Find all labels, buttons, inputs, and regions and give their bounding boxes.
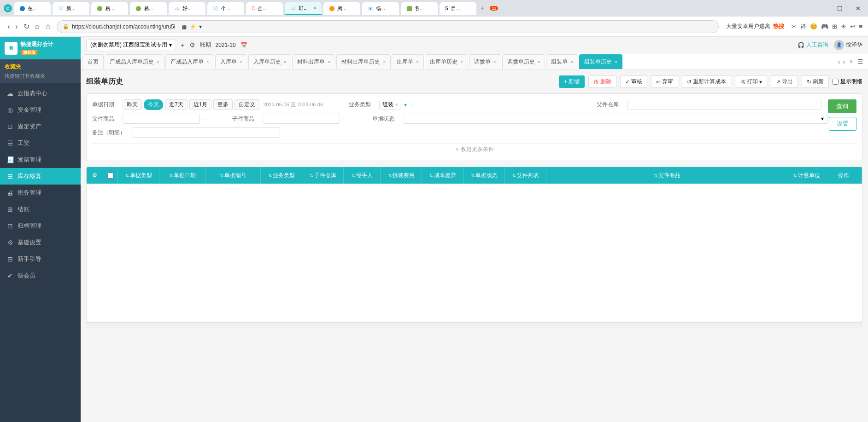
- tab-close-icon[interactable]: ×: [313, 6, 316, 11]
- browser-tab-11[interactable]: 🟩 各...: [401, 2, 438, 15]
- settings-gear-icon[interactable]: ⚙: [189, 41, 195, 49]
- sidebar-item-member[interactable]: ✔ 畅会员: [0, 267, 81, 284]
- th-order-status[interactable]: ⇅ 单据状态: [463, 167, 505, 184]
- 7days-btn[interactable]: 近7天: [165, 99, 188, 110]
- business-type-more[interactable]: ···: [410, 102, 414, 108]
- tab-close-assembly[interactable]: ×: [570, 59, 573, 64]
- sidebar-item-closing[interactable]: ⊞ 结账: [0, 201, 81, 218]
- qr-icon[interactable]: ▦: [182, 23, 187, 30]
- browser-tab-12[interactable]: S 目...: [440, 2, 476, 15]
- emoji-icon[interactable]: 😊: [810, 23, 817, 30]
- sidebar-item-finance[interactable]: ◎ 资金管理: [0, 102, 81, 118]
- yesterday-btn[interactable]: 昨天: [123, 99, 142, 110]
- sidebar-item-archive[interactable]: ⊡ 归档管理: [0, 218, 81, 234]
- tab-assembly[interactable]: 组装单 ×: [546, 54, 578, 69]
- tab-close-finished[interactable]: ×: [206, 59, 209, 64]
- browser-tab-8[interactable]: ☁️ 好... ×: [285, 2, 322, 15]
- recalculate-button[interactable]: ↺ 重新计算成本: [682, 75, 731, 88]
- sidebar-item-inventory[interactable]: ⊟ 库存核算: [0, 168, 81, 185]
- th-cost-diff[interactable]: ⇅ 成本差异: [422, 167, 463, 184]
- show-detail-checkbox-label[interactable]: 显示明细: [833, 78, 862, 86]
- service-link[interactable]: 🎧 人工咨询: [798, 41, 828, 49]
- sidebar-item-settings[interactable]: ⚙ 基础设置: [0, 234, 81, 251]
- menu-icon[interactable]: ≡: [859, 23, 862, 30]
- custom-date-btn[interactable]: 自定义: [235, 99, 259, 110]
- tab-out-history[interactable]: 出库单历史 ×: [425, 54, 468, 69]
- th-business-type[interactable]: ⇅ 业务类型: [261, 167, 302, 184]
- sidebar-item-cloud-report[interactable]: ☁ 云报表中心: [0, 85, 81, 102]
- tab-finished[interactable]: 产成品入库单 ×: [165, 54, 214, 69]
- th-disassemble-cost[interactable]: ⇅ 拆装费用: [381, 167, 422, 184]
- game-icon[interactable]: 🎮: [821, 23, 828, 30]
- tab-close-assembly-history[interactable]: ×: [615, 59, 617, 64]
- abandon-button[interactable]: ↩ 弃审: [651, 75, 678, 88]
- tab-close-material-out[interactable]: ×: [328, 59, 330, 64]
- tab-close-transfer-history[interactable]: ×: [538, 59, 540, 64]
- print-button[interactable]: 🖨 打印 ▾: [735, 75, 767, 88]
- parent-goods-input[interactable]: [123, 114, 200, 124]
- tab-transfer[interactable]: 调拨单 ×: [469, 54, 501, 69]
- query-button[interactable]: 查询: [828, 99, 856, 113]
- th-settings[interactable]: ⚙: [87, 167, 103, 184]
- calendar-icon[interactable]: 📅: [240, 42, 247, 48]
- minimize-button[interactable]: —: [815, 4, 828, 13]
- 1month-btn[interactable]: 近1月: [189, 99, 212, 110]
- browser-tab-10[interactable]: 📧 畅...: [362, 2, 399, 15]
- tab-assembly-history[interactable]: 组装单历史 ×: [579, 54, 622, 69]
- undo-icon[interactable]: ↩: [850, 23, 855, 30]
- tab-close-transfer[interactable]: ×: [493, 59, 496, 64]
- th-handler[interactable]: ⇅ 经手人: [344, 167, 381, 184]
- add-company-button[interactable]: +: [181, 41, 184, 49]
- home-button[interactable]: ⌂: [33, 20, 41, 33]
- tab-transfer-history[interactable]: 调拨单历史 ×: [502, 54, 545, 69]
- new-tab-button[interactable]: +: [478, 4, 486, 12]
- parent-warehouse-more-icon[interactable]: ···: [823, 102, 828, 108]
- browser-tab-9[interactable]: 🟠 腾...: [323, 2, 360, 15]
- tab-close-finished-history[interactable]: ×: [157, 59, 159, 64]
- th-order-type[interactable]: ⇅ 单据类型: [118, 167, 159, 184]
- th-order-date[interactable]: ⇅ 单据日期: [159, 167, 205, 184]
- sidebar-item-invoice[interactable]: 🧾 发票管理: [0, 151, 81, 168]
- sidebar-item-tax[interactable]: 🖨 税务管理: [0, 185, 81, 201]
- sidebar-item-payroll[interactable]: ☰ 工资: [0, 135, 81, 151]
- tabs-more-icon[interactable]: ☰: [856, 57, 864, 66]
- reload-button[interactable]: ↻: [22, 20, 31, 33]
- browser-tab-6[interactable]: 📄 个...: [207, 2, 244, 15]
- bookmark-button[interactable]: ☆: [43, 20, 53, 33]
- parent-warehouse-input[interactable]: [627, 100, 821, 110]
- audit-button[interactable]: ✓ 审核: [620, 75, 647, 88]
- tab-close-out-history[interactable]: ×: [460, 59, 463, 64]
- business-type-dropdown-icon[interactable]: ▾: [404, 102, 407, 108]
- business-type-tag-close[interactable]: ×: [395, 102, 398, 107]
- tab-material-out-history[interactable]: 材料出库单历史 ×: [336, 54, 391, 69]
- parent-goods-more-icon[interactable]: ···: [202, 116, 206, 122]
- grid-icon[interactable]: ⊞: [832, 23, 837, 30]
- filter-settings-button[interactable]: 设置: [829, 117, 856, 131]
- tab-in-history[interactable]: 入库单历史 ×: [248, 54, 292, 69]
- address-bar[interactable]: 🔒 https://cloud.chanjet.com/accounting/u…: [57, 20, 719, 33]
- th-parent-goods[interactable]: ⇅ 父件商品: [546, 167, 788, 184]
- select-all-checkbox[interactable]: [107, 173, 113, 179]
- tab-finished-history[interactable]: 产成品入库单历史 ×: [105, 54, 164, 69]
- th-parent-list[interactable]: ⇅ 父件列表: [505, 167, 546, 184]
- tabs-prev-arrow[interactable]: ‹: [837, 57, 841, 66]
- collapse-bar[interactable]: ∧ 收起更多条件: [92, 143, 856, 155]
- export-button[interactable]: ↗ 导出: [771, 75, 798, 88]
- scissors-icon[interactable]: ✂: [792, 23, 797, 30]
- more-date-btn[interactable]: 更多: [213, 99, 233, 110]
- tabs-close-all[interactable]: ×: [847, 58, 856, 66]
- sidebar-item-fixed-assets[interactable]: ⊡ 固定资产: [0, 118, 81, 135]
- tab-close-in-history[interactable]: ×: [284, 59, 287, 64]
- th-child-warehouse[interactable]: ⇅ 子件仓库: [302, 167, 344, 184]
- child-goods-more-icon[interactable]: ···: [342, 116, 346, 122]
- horizontal-scrollbar[interactable]: [86, 322, 862, 328]
- tab-material-out[interactable]: 材料出库单 ×: [292, 54, 335, 69]
- note-input[interactable]: [133, 127, 280, 138]
- back-button[interactable]: ‹: [6, 20, 12, 33]
- browser-tab-7[interactable]: C 企...: [246, 2, 283, 15]
- refresh-button[interactable]: ↻ 刷新: [802, 75, 829, 88]
- tab-close-in-order[interactable]: ×: [240, 59, 242, 64]
- tab-out-order[interactable]: 出库单 ×: [392, 54, 424, 69]
- th-unit[interactable]: ⇅ 计量单位: [788, 167, 825, 184]
- close-window-button[interactable]: ✕: [852, 4, 864, 13]
